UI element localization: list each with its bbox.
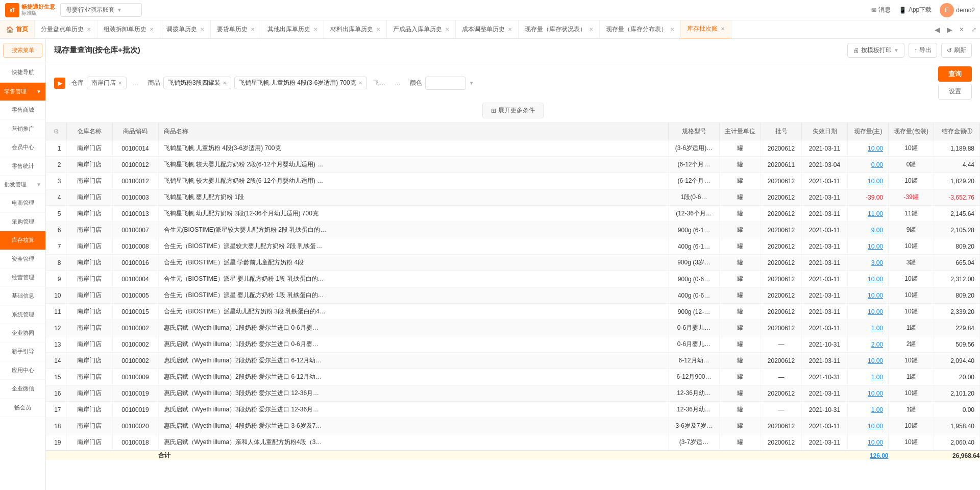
tab-close-10[interactable]: ✕ bbox=[670, 27, 674, 32]
tab-7[interactable]: 产成品入库单历史 ✕ bbox=[387, 20, 456, 39]
sidebar-item-guide[interactable]: 新手引导 bbox=[0, 342, 45, 361]
sidebar-item-retail-mall[interactable]: 零售商城 bbox=[0, 101, 45, 119]
tab-9[interactable]: 现存量（库存状况表） ✕ bbox=[519, 20, 600, 39]
sidebar-item-inventory[interactable]: 库存核算 bbox=[0, 231, 45, 250]
filter-expand-btn[interactable]: ▶ bbox=[54, 78, 65, 89]
row-stock-main[interactable]: 10.00 bbox=[848, 173, 889, 189]
tab-close-3[interactable]: ✕ bbox=[200, 27, 204, 32]
warehouse-remove-icon[interactable]: ✕ bbox=[118, 80, 122, 86]
user-menu[interactable]: E demo2 bbox=[940, 3, 975, 17]
row-stock-main[interactable]: 10.00 bbox=[848, 434, 889, 451]
row-stock-main[interactable]: 10.00 bbox=[848, 271, 889, 287]
row-stock-main[interactable]: 1.00 bbox=[848, 369, 889, 385]
expand-more-btn[interactable]: ⊞ 展开更多条件 bbox=[482, 103, 544, 118]
row-idx: 10 bbox=[46, 287, 66, 304]
tab-close-9[interactable]: ✕ bbox=[589, 27, 593, 32]
goods-tag2-remove-icon[interactable]: ✕ bbox=[358, 80, 362, 86]
warehouse-more[interactable]: … bbox=[130, 78, 142, 88]
sidebar-item-enterprise[interactable]: 企业协同 bbox=[0, 324, 45, 342]
sidebar-item-finance[interactable]: 资金管理 bbox=[0, 250, 45, 268]
filter-color-input[interactable] bbox=[425, 77, 466, 90]
row-stock-main[interactable]: 10.00 bbox=[848, 287, 889, 304]
tab-6[interactable]: 材料出库单历史 ✕ bbox=[324, 20, 387, 39]
nav-maximize[interactable]: ⤢ bbox=[968, 20, 980, 39]
table-row: 15 南岸门店 00100009 惠氏启赋（Wyeth illuma）2段奶粉 … bbox=[46, 369, 980, 385]
tab-11[interactable]: 库存批次账 ✕ bbox=[681, 20, 731, 39]
table-row: 6 南岸门店 00100007 合生元(BIOSTIME)派星较大婴儿配方奶粉 … bbox=[46, 222, 980, 238]
nav-next-arrow[interactable]: ▶ bbox=[943, 20, 955, 39]
settings-btn[interactable]: 设置 bbox=[938, 84, 972, 100]
row-stock-main[interactable]: 1.00 bbox=[848, 320, 889, 336]
row-spec: 900g (12-… bbox=[669, 304, 720, 320]
sidebar-item-purchase[interactable]: 采购管理 bbox=[0, 213, 45, 231]
messages-btn[interactable]: ✉ 消息 bbox=[871, 6, 891, 14]
tab-5[interactable]: 其他出库单历史 ✕ bbox=[261, 20, 324, 39]
row-stock-main[interactable]: 9.00 bbox=[848, 222, 889, 238]
tab-home[interactable]: 🏠 首页 bbox=[0, 20, 35, 39]
tab-1[interactable]: 分量盘点单历史 ✕ bbox=[35, 20, 97, 39]
tab-close-4[interactable]: ✕ bbox=[251, 27, 255, 32]
row-stock-main[interactable]: 0.00 bbox=[848, 157, 889, 173]
col-settings[interactable]: ⚙ bbox=[46, 123, 66, 140]
filter-arrow-icon[interactable]: ▶ bbox=[54, 78, 65, 89]
filter-warehouse-tag[interactable]: 南岸门店 ✕ bbox=[87, 77, 127, 89]
filter-goods-tag-2[interactable]: 飞鹤星飞帆 儿童奶粉 4段(3-6岁适用) 700克 ✕ bbox=[234, 77, 367, 89]
sidebar-item-wholesale[interactable]: 批发管理 ▼ bbox=[0, 176, 45, 194]
nav-prev-arrow[interactable]: ◀ bbox=[931, 20, 943, 39]
export-btn[interactable]: ↑ 导出 bbox=[909, 43, 937, 58]
tab-close-8[interactable]: ✕ bbox=[508, 27, 512, 32]
sidebar-item-retail-stats[interactable]: 零售统计 bbox=[0, 157, 45, 176]
sidebar-item-appstore[interactable]: 应用中心 bbox=[0, 361, 45, 380]
search-menu-btn[interactable]: 搜索菜单 bbox=[3, 43, 42, 58]
row-stock-main[interactable]: 10.00 bbox=[848, 353, 889, 369]
sidebar-item-member[interactable]: 会员中心 bbox=[0, 138, 45, 157]
tab-close-5[interactable]: ✕ bbox=[313, 27, 317, 32]
tab-close-6[interactable]: ✕ bbox=[376, 27, 380, 32]
row-stock-main[interactable]: 10.00 bbox=[848, 418, 889, 434]
sidebar-item-system[interactable]: 系统管理 bbox=[0, 306, 45, 324]
goods-more-tag[interactable]: 飞… bbox=[370, 77, 388, 89]
row-expire: 2021-03-11 bbox=[802, 271, 848, 287]
tab-close-7[interactable]: ✕ bbox=[445, 27, 449, 32]
tab-8[interactable]: 成本调整单历史 ✕ bbox=[456, 20, 519, 39]
row-stock-main[interactable]: 2.00 bbox=[848, 336, 889, 353]
tab-3[interactable]: 调拨单历史 ✕ bbox=[160, 20, 211, 39]
row-idx: 9 bbox=[46, 271, 66, 287]
goods-tag1-remove-icon[interactable]: ✕ bbox=[223, 80, 227, 86]
row-stock-main[interactable]: 10.00 bbox=[848, 385, 889, 402]
row-batch: 20200612 bbox=[761, 418, 802, 434]
template-print-btn[interactable]: 🖨 按模板打印 ▼ bbox=[847, 43, 904, 58]
sidebar-item-basic-info[interactable]: 基础信息 bbox=[0, 287, 45, 305]
query-btn[interactable]: 查询 bbox=[938, 66, 972, 82]
quick-nav-btn[interactable]: 快捷导航 bbox=[0, 65, 45, 79]
sidebar-item-marketing[interactable]: 营销推广 bbox=[0, 120, 45, 138]
sidebar-item-retail-mgmt[interactable]: 零售管理 ▼ bbox=[0, 83, 45, 101]
row-stock-main[interactable]: 11.00 bbox=[848, 206, 889, 222]
tab-4[interactable]: 要货单历史 ✕ bbox=[211, 20, 261, 39]
tab-2[interactable]: 组装拆卸单历史 ✕ bbox=[97, 20, 160, 39]
row-stock-pkg: -39罐 bbox=[889, 189, 934, 206]
refresh-btn[interactable]: ↺ 刷新 bbox=[941, 43, 972, 58]
tab-close-1[interactable]: ✕ bbox=[87, 27, 91, 32]
tab-close-2[interactable]: ✕ bbox=[150, 27, 154, 32]
sidebar-item-ecommerce[interactable]: 电商管理 bbox=[0, 194, 45, 212]
sidebar-search-section: 搜索菜单 bbox=[0, 39, 45, 62]
nav-close-all[interactable]: ✕ bbox=[955, 20, 968, 39]
settings-icon[interactable]: ⚙ bbox=[53, 128, 59, 135]
sidebar-item-operations[interactable]: 经营管理 bbox=[0, 268, 45, 287]
row-stock-main[interactable]: -39.00 bbox=[848, 189, 889, 206]
download-btn[interactable]: 📱 App下载 bbox=[899, 6, 932, 14]
row-stock-main[interactable]: 10.00 bbox=[848, 140, 889, 157]
row-expire: 2021-03-11 bbox=[802, 287, 848, 304]
goods-more[interactable]: … bbox=[391, 78, 404, 88]
row-stock-main[interactable]: 1.00 bbox=[848, 402, 889, 418]
tab-close-11[interactable]: ✕ bbox=[721, 26, 725, 32]
tab-10[interactable]: 现存量（库存分布表） ✕ bbox=[600, 20, 681, 39]
row-stock-main[interactable]: 3.00 bbox=[848, 255, 889, 271]
sidebar-item-wechat[interactable]: 企业微信 bbox=[0, 380, 45, 398]
org-selector[interactable]: 母婴行业演示账套 ▼ bbox=[60, 3, 142, 17]
row-stock-main[interactable]: 10.00 bbox=[848, 304, 889, 320]
sidebar-item-member2[interactable]: 畅会员 bbox=[0, 399, 45, 417]
row-stock-main[interactable]: 10.00 bbox=[848, 238, 889, 255]
filter-goods-tag-1[interactable]: 飞鹤奶粉3段四罐装 ✕ bbox=[163, 77, 231, 89]
